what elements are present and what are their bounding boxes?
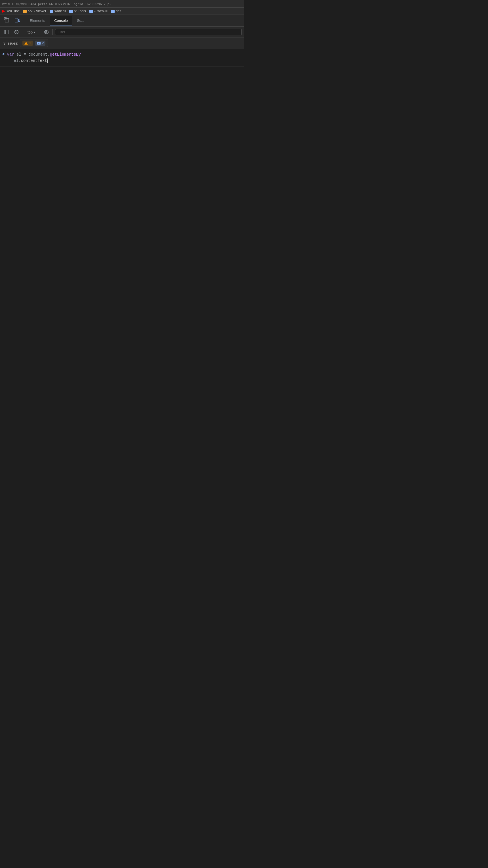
warning-badge[interactable]: ! 1 xyxy=(23,40,33,46)
info-badge[interactable]: ≡ 2 xyxy=(35,40,46,46)
youtube-icon: ▶ xyxy=(2,9,5,13)
dot-separator-2: . xyxy=(19,59,21,63)
console-toolbar: top ▾ xyxy=(0,27,244,37)
device-toolbar-icon[interactable] xyxy=(12,14,23,26)
console-code-block: var el = document.getElementsBy el.conte… xyxy=(7,51,80,64)
svg-text:≡: ≡ xyxy=(38,42,39,45)
console-line-2: el.contentText xyxy=(7,58,80,64)
folder-icon-3 xyxy=(69,10,73,13)
console-content[interactable]: > var el = document.getElementsBy el.con… xyxy=(0,49,244,276)
toolbar-separator-1 xyxy=(23,29,23,35)
svg-rect-3 xyxy=(19,19,20,22)
title-bar: mtid_1870/vxu38484_pcrid_661092779161_pg… xyxy=(0,0,244,8)
info-icon: ≡ xyxy=(37,41,41,45)
dot-separator: . xyxy=(47,52,50,57)
clear-console-button[interactable] xyxy=(12,28,21,36)
infinity-icon: ∞ xyxy=(94,9,96,13)
show-sidebar-button[interactable] xyxy=(2,28,10,36)
folder-icon-4 xyxy=(89,10,93,13)
svg-rect-5 xyxy=(4,30,8,34)
method-getelements: getElementsBy xyxy=(50,52,81,57)
devtools-tab-strip: Elements Console Sc... xyxy=(0,14,244,27)
bookmark-web-ui-label: web-ui xyxy=(98,9,107,13)
bookmark-youtube[interactable]: ▶ YouTube xyxy=(2,9,20,13)
bookmark-web-ui[interactable]: ∞ web-ui xyxy=(89,9,107,13)
bookmark-svg-viewer[interactable]: SVG Viewer xyxy=(23,9,46,13)
svg-text:!: ! xyxy=(26,42,27,45)
tab-console[interactable]: Console xyxy=(50,16,72,26)
title-bar-text: mtid_1870/vxu38484_pcrid_661092779161_pg… xyxy=(0,2,117,6)
folder-icon-2 xyxy=(50,10,53,13)
dropdown-arrow-icon: ▾ xyxy=(34,31,35,34)
tab-sources[interactable]: Sc... xyxy=(72,16,89,26)
svg-rect-1 xyxy=(5,19,9,22)
object-document: document xyxy=(28,52,47,57)
live-expressions-button[interactable] xyxy=(42,28,50,36)
issues-label: 3 Issues: xyxy=(3,41,18,45)
issues-bar[interactable]: 3 Issues: ! 1 ≡ 2 xyxy=(0,37,244,49)
console-prompt: > xyxy=(2,52,4,57)
bookmark-youtube-label: YouTube xyxy=(6,9,20,13)
svg-rect-0 xyxy=(4,18,6,20)
context-selector[interactable]: top ▾ xyxy=(25,29,37,35)
console-input-line[interactable]: > var el = document.getElementsBy el.con… xyxy=(0,49,244,67)
tab-elements[interactable]: Elements xyxy=(25,16,50,26)
filter-input[interactable] xyxy=(55,29,242,35)
bookmark-des-label: des xyxy=(116,9,121,13)
method-contenttext: contentText xyxy=(21,59,48,63)
keyword-var: var xyxy=(7,52,17,57)
operator-eq: = xyxy=(21,52,28,57)
folder-icon-5 xyxy=(111,10,115,13)
bookmark-tools[interactable]: ⚙ Tools xyxy=(69,9,86,13)
folder-icon xyxy=(23,10,27,13)
svg-line-8 xyxy=(15,31,17,33)
toolbar-separator-3 xyxy=(53,29,53,35)
context-label: top xyxy=(28,30,33,34)
warning-icon: ! xyxy=(24,41,28,45)
svg-point-9 xyxy=(46,32,47,33)
bookmarks-bar: ▶ YouTube SVG Viewer work.ru ⚙ Tools ∞ w… xyxy=(0,8,244,14)
warning-count: 1 xyxy=(29,41,31,45)
console-line-1: var el = document.getElementsBy xyxy=(7,51,80,58)
toolbar-separator-2 xyxy=(40,29,40,35)
bookmark-des[interactable]: des xyxy=(111,9,121,13)
bookmark-work-ru-label: work.ru xyxy=(55,9,66,13)
info-count: 2 xyxy=(42,41,44,45)
issues-count-box[interactable]: ! 1 ≡ 2 xyxy=(20,39,48,47)
gear-icon: ⚙ xyxy=(74,9,77,13)
inspect-element-icon[interactable] xyxy=(1,14,12,26)
tab-separator-1 xyxy=(24,18,24,23)
bookmark-tools-label: Tools xyxy=(78,9,86,13)
bookmark-work-ru[interactable]: work.ru xyxy=(50,9,66,13)
svg-rect-2 xyxy=(15,18,18,22)
identifier-el: el xyxy=(17,52,21,57)
filter-input-container xyxy=(55,29,242,35)
bookmark-svg-viewer-label: SVG Viewer xyxy=(28,9,46,13)
identifier-el-2: el xyxy=(13,59,19,63)
